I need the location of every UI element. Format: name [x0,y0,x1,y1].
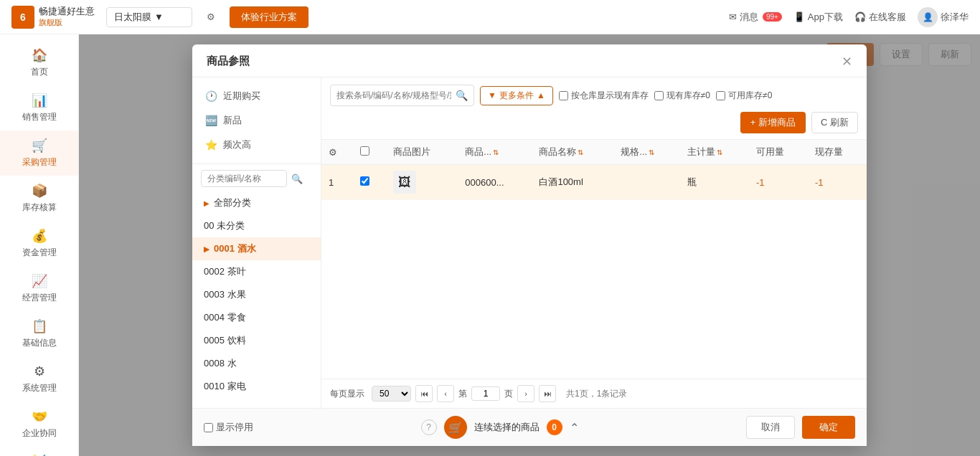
sidebar-item-inventory[interactable]: 📦 库存核算 [0,176,78,221]
th-unit[interactable]: 主计量⇅ [680,140,749,165]
product-search-icon[interactable]: 🔍 [456,90,468,101]
modal-title: 商品参照 [207,54,250,68]
sidebar-label-operations: 经营管理 [22,292,57,304]
message-badge: 99+ [763,12,782,22]
sidebar-item-sales[interactable]: 📊 销售管理 [0,85,78,130]
sidebar-item-operations[interactable]: 📈 经营管理 [0,266,78,311]
sidebar-item-finance[interactable]: 💰 资金管理 [0,221,78,266]
username: 徐泽华 [941,11,969,24]
available-stock-checkbox[interactable]: 可用库存≠0 [716,90,772,102]
footer-left: 显示停用 [204,421,253,434]
store-selector[interactable]: 日太阳膜 ▼ [106,7,192,27]
clock-icon: 🕐 [205,90,217,102]
logo-sub: 旗舰版 [39,17,95,28]
tab-frequent-label: 频次高 [223,138,251,151]
new-icon: 🆕 [205,115,217,126]
nonzero-stock-checkbox[interactable]: 现有库存≠0 [654,90,710,102]
modal-close-button[interactable]: ✕ [842,55,852,68]
category-appliance[interactable]: 0010 家电 [192,375,321,398]
trial-button[interactable]: 体验行业方案 [230,6,308,28]
messages-button[interactable]: ✉ 消息 99+ [729,11,782,24]
category-fruit[interactable]: 0003 水果 [192,283,321,306]
row-num: 1 [321,165,353,200]
help-icon[interactable]: ? [421,419,437,435]
product-table: ⚙ 商品图片 商品...⇅ 商品名称⇅ 规格...⇅ 主计量⇅ 可用量 现存量 [321,140,867,200]
row-checkbox[interactable] [353,165,386,200]
settings-icon[interactable]: ⚙ [201,7,221,27]
inventory-icon: 📦 [32,183,47,199]
tab-new-products[interactable]: 🆕 新品 [198,109,315,132]
category-water[interactable]: 0008 水 [192,352,321,375]
add-product-button[interactable]: + 新增商品 [740,112,806,133]
per-page-select[interactable]: 102050100 [372,386,411,402]
cart-collapse-button[interactable]: ⌃ [570,421,579,434]
purchase-icon: 🛒 [32,138,47,153]
category-tea[interactable]: 0002 茶叶 [192,260,321,283]
category-appliance-label: 0010 家电 [204,380,246,393]
sidebar-item-system[interactable]: ⚙ 系统管理 [0,356,78,402]
category-all[interactable]: ▶ 全部分类 [192,191,321,214]
warehouse-stock-checkbox-input[interactable] [559,91,568,100]
th-code[interactable]: 商品...⇅ [458,140,532,165]
category-uncategorized[interactable]: 00 未分类 [192,214,321,237]
footer-cart-area: ? 🛒 连续选择的商品 0 ⌃ [262,416,738,439]
online-service-button[interactable]: 🎧 在线客服 [854,11,906,24]
cart-label: 连续选择的商品 [474,421,540,434]
prev-page-button[interactable]: ‹ [437,385,454,402]
sidebar-item-guide[interactable]: 🔰 新手引导 [0,447,78,456]
first-page-button[interactable]: ⏮ [415,385,433,402]
confirm-button[interactable]: 确定 [802,416,855,439]
modal-header: 商品参照 ✕ [192,44,867,77]
tab-frequent[interactable]: ⭐ 频次高 [198,133,315,156]
table-refresh-button[interactable]: C 刷新 [811,112,858,133]
product-search-box: 🔍 [330,85,474,106]
row-stock: -1 [808,165,867,200]
category-liquor[interactable]: ▶ 0001 酒水 [192,237,321,260]
system-icon: ⚙ [34,364,45,379]
category-search-input[interactable] [201,170,287,187]
sidebar-item-enterprise[interactable]: 🤝 企业协同 [0,402,78,447]
category-search-icon[interactable]: 🔍 [291,174,303,184]
cart-icon[interactable]: 🛒 [444,416,467,439]
product-search-input[interactable] [336,90,451,100]
th-spec[interactable]: 规格...⇅ [613,140,680,165]
sidebar-label-purchase: 采购管理 [22,156,57,168]
page-number-input[interactable] [471,386,500,401]
last-page-button[interactable]: ⏭ [539,385,556,402]
category-uncategorized-label: 00 未分类 [204,219,245,232]
sidebar-label-sales: 销售管理 [22,111,57,123]
show-disabled-input[interactable] [204,423,213,432]
warehouse-stock-checkbox[interactable]: 按仓库显示现有库存 [559,90,649,102]
filter-label: 更多条件 [499,90,534,102]
select-all-checkbox[interactable] [360,146,369,156]
toolbar-right: + 新增商品 C 刷新 [740,112,858,133]
next-page-button[interactable]: › [517,385,534,402]
cancel-button[interactable]: 取消 [746,416,795,439]
available-stock-checkbox-input[interactable] [716,91,725,100]
th-stock: 现存量 [808,140,867,165]
category-snack[interactable]: 0004 零食 [192,306,321,329]
row-code: 000600... [458,165,532,200]
show-disabled-checkbox[interactable]: 显示停用 [204,421,253,434]
th-checkbox[interactable] [353,140,386,165]
row-image: 🖼 [386,165,458,200]
sidebar-label-basic-info: 基础信息 [22,337,57,349]
row-checkbox-input[interactable] [360,176,369,186]
category-beverage[interactable]: 0005 饮料 [192,329,321,352]
tab-recent-purchase[interactable]: 🕐 近期购买 [198,85,315,108]
th-settings[interactable]: ⚙ [321,140,353,165]
app-download-button[interactable]: 📱 App下载 [793,11,843,24]
sidebar-item-home[interactable]: 🏠 首页 [0,40,78,85]
more-filters-button[interactable]: ▼ 更多条件 ▲ [480,86,553,105]
category-snack-label: 0004 零食 [204,311,246,324]
sidebar-item-basic-info[interactable]: 📋 基础信息 [0,311,78,356]
table-header-row: ⚙ 商品图片 商品...⇅ 商品名称⇅ 规格...⇅ 主计量⇅ 可用量 现存量 [321,140,867,165]
store-name: 日太阳膜 [114,11,151,24]
product-table-wrap: ⚙ 商品图片 商品...⇅ 商品名称⇅ 规格...⇅ 主计量⇅ 可用量 现存量 [321,140,867,379]
table-row[interactable]: 1 🖼 000600... 白酒100ml 瓶 -1 -1 [321,165,867,200]
category-liquor-label: 0001 酒水 [214,242,256,255]
nonzero-stock-checkbox-input[interactable] [654,91,664,100]
sidebar-item-purchase[interactable]: 🛒 采购管理 [0,130,78,176]
th-name[interactable]: 商品名称⇅ [532,140,613,165]
user-profile[interactable]: 👤 徐泽华 [918,7,969,27]
